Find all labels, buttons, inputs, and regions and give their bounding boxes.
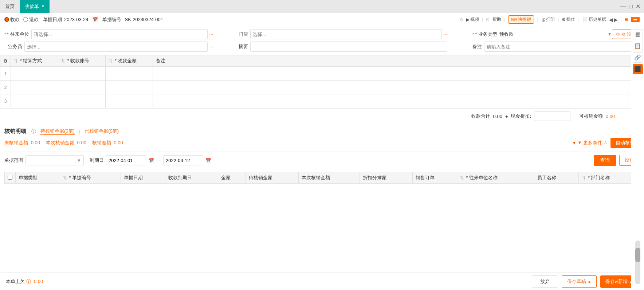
row1-amount-input[interactable] — [106, 67, 153, 80]
help-btn[interactable]: 帮助 — [492, 16, 501, 23]
this-time-stat: 本次核销金额 0.00 — [46, 140, 86, 146]
sort-icon3: ⇅ — [109, 58, 113, 63]
filter-icon: ▼ — [572, 140, 577, 146]
verified-value: 0.00 — [606, 114, 615, 119]
tab-home[interactable]: 首页 — [0, 0, 20, 13]
scrollbar[interactable] — [635, 240, 640, 284]
verified-tab[interactable]: 已核销单据(0笔) — [85, 128, 119, 135]
maximize-icon[interactable]: □ — [629, 3, 633, 10]
diff-stat: 核销差额 0.00 — [92, 140, 123, 146]
date-from-input[interactable] — [106, 155, 146, 165]
discount-input[interactable] — [534, 111, 570, 121]
summary-input[interactable] — [250, 42, 448, 52]
row1-settlement[interactable] — [11, 67, 58, 81]
date-to-input[interactable] — [163, 155, 203, 165]
print-btn[interactable]: 🖨 打印 — [541, 16, 555, 23]
row3-settlement-input[interactable] — [11, 94, 58, 108]
history-btn[interactable]: 📄 历史单据 — [582, 16, 606, 23]
footer-left: 本单上欠 ⓘ 0.00 — [6, 278, 43, 285]
receipt-radio[interactable]: 收款 — [4, 16, 20, 23]
operation-btn[interactable]: ⚙ 操作 — [562, 16, 575, 23]
select-all-checkbox[interactable] — [8, 175, 12, 180]
row3-settlement[interactable] — [11, 94, 58, 108]
row2-amount-input[interactable] — [106, 81, 153, 94]
row3-account[interactable] — [58, 94, 106, 108]
store-input[interactable] — [250, 29, 442, 39]
row3-remark-input[interactable] — [153, 94, 628, 108]
orange-list-icon[interactable]: ☰ — [631, 17, 640, 22]
verify-info-icon[interactable]: ⓘ — [31, 128, 36, 135]
sidebar-link-btn[interactable]: 🔗 — [633, 52, 643, 63]
row3-amount-input[interactable] — [106, 94, 153, 108]
store-more-icon[interactable]: ··· — [443, 31, 448, 37]
close-window-icon[interactable]: ✕ — [636, 3, 640, 10]
settlement-header: ⇅ * 结算方式 — [11, 55, 58, 67]
tab-close-icon[interactable]: ✕ — [41, 4, 44, 9]
right-sidebar: ▦ 📋 🔗 ⬛ — [631, 26, 644, 290]
discard-btn[interactable]: 放弃 — [532, 275, 558, 288]
row1-account-input[interactable] — [58, 67, 105, 80]
toolbar-right: ⊙ ▶ 视频 | ⊙ 帮助 | ⌨ 快捷键 | 🖨 打印 | ⚙ 操 — [460, 15, 640, 24]
number-header: ⇅ * 单据编号 — [60, 172, 121, 184]
cal-from-icon[interactable]: 📅 — [148, 158, 154, 163]
range-select[interactable]: ▼ — [25, 155, 84, 165]
shortcut-btn[interactable]: ⌨ 快捷键 — [508, 15, 534, 24]
refund-radio[interactable]: 退款 — [23, 16, 39, 23]
date-header: 单据日期 — [121, 172, 165, 184]
row1-remark-input[interactable] — [153, 67, 628, 80]
list-view-icon[interactable]: ≡ — [625, 16, 628, 23]
sidebar-book-btn[interactable]: 📋 — [633, 41, 643, 51]
row3-remark[interactable] — [153, 94, 628, 108]
sidebar-scan-btn[interactable]: ⬛ — [633, 64, 643, 74]
row3-amount[interactable] — [106, 94, 153, 108]
nav-right-icon[interactable]: ▶ — [614, 17, 618, 23]
business-type-value: 预收款 — [499, 31, 606, 38]
row1-num: 1 — [0, 67, 11, 81]
video-btn[interactable]: ▶ 视频 — [466, 16, 479, 23]
row2-remark-input[interactable] — [153, 81, 628, 94]
this-verify-header: 本次核销金额 — [298, 172, 360, 184]
divider4: | — [558, 17, 559, 22]
sort-icon-dept: ⇅ — [582, 175, 586, 180]
more-conditions-btn[interactable]: ▼ ▼ 更多条件 ∧ — [572, 140, 608, 146]
keyboard-icon: ⌨ — [511, 17, 517, 22]
row2-account[interactable] — [58, 81, 106, 94]
range-label: 单据范围 — [4, 157, 23, 164]
row2-remark[interactable] — [153, 81, 628, 94]
query-btn[interactable]: 查询 — [594, 155, 616, 166]
checkbox-header[interactable] — [5, 172, 16, 184]
verify-title-row: 核销明细 ⓘ 待核销单据(0笔) | 已核销单据(0笔) — [4, 128, 640, 135]
row1-remark[interactable] — [153, 67, 628, 81]
sidebar-table-btn[interactable]: ▦ — [633, 29, 643, 39]
row3-account-input[interactable] — [58, 94, 105, 108]
due-date-header: 收款到期日 — [165, 172, 218, 184]
tab-receipt[interactable]: 收款单 ✕ — [20, 0, 50, 13]
staff-input[interactable] — [24, 42, 208, 52]
sales-order-header: 销售订单 — [412, 172, 457, 184]
row1-amount[interactable] — [106, 67, 153, 81]
staff-more-icon[interactable]: ··· — [209, 44, 213, 50]
verify-stats-row: 未核销金额 0.00 本次核销金额 0.00 核销差额 0.00 ▼ ▼ 更多条… — [4, 138, 640, 148]
up-down-info-icon[interactable]: ⓘ — [26, 278, 31, 285]
draft-btn[interactable]: 保存草稿 ▲ — [562, 275, 597, 288]
unverified-stat: 未核销金额 0.00 — [4, 140, 40, 146]
table-settings-header[interactable]: ⚙ — [0, 55, 11, 67]
row1-settlement-input[interactable] — [11, 67, 58, 80]
divider2: | — [504, 17, 505, 22]
row2-settlement[interactable] — [11, 81, 58, 94]
counterpart-input[interactable] — [31, 29, 208, 39]
business-type-dropdown-icon[interactable]: ▼ — [608, 32, 612, 37]
calendar-icon[interactable]: 📅 — [92, 17, 98, 22]
sort-icon: ⇅ — [14, 58, 18, 63]
counterpart-more-icon[interactable]: ··· — [209, 31, 213, 37]
nav-left-icon[interactable]: ◀ — [609, 17, 613, 23]
row1-account[interactable] — [58, 67, 106, 81]
account-header: ⇅ * 收款账号 — [58, 55, 106, 67]
row2-settlement-input[interactable] — [11, 81, 58, 94]
row2-amount[interactable] — [106, 81, 153, 94]
pending-tab[interactable]: 待核销单据(0笔) — [40, 128, 75, 135]
cal-to-icon[interactable]: 📅 — [205, 158, 211, 163]
remark-input[interactable] — [484, 42, 640, 52]
minimize-icon[interactable]: — — [620, 3, 626, 10]
row2-account-input[interactable] — [58, 81, 105, 94]
